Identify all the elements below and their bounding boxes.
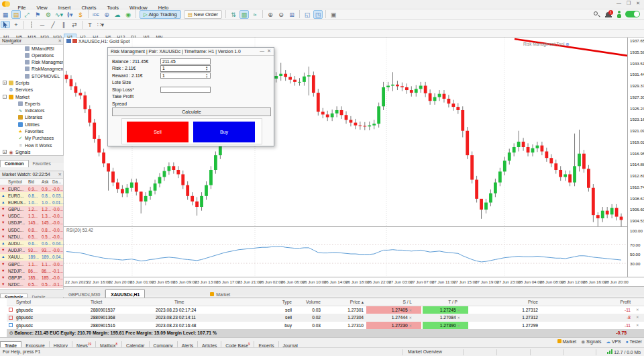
- market-watch-row[interactable]: ▲AUDU...0.6...0.6...0.04...: [0, 240, 63, 247]
- sidebar-item-favorites[interactable]: ★Favorites: [0, 128, 63, 135]
- market-watch-row[interactable]: ▼NZDJP...86....86....-0.1...: [0, 267, 63, 274]
- remove-tp-icon[interactable]: ✕: [457, 316, 460, 320]
- window-controls[interactable]: — ❒ ✕: [616, 1, 642, 6]
- remove-tp-icon[interactable]: ✕: [457, 324, 460, 328]
- charts-folder-icon[interactable]: ▤: [11, 10, 21, 19]
- close-icon[interactable]: ✕: [267, 48, 271, 54]
- remove-sl-icon[interactable]: ✕: [409, 324, 412, 328]
- market-watch-row[interactable]: ▼GBPJP...185...185...-0.0...: [0, 274, 63, 281]
- table-row[interactable]: gbpusdc28809015372023.08.23 02:17:24sell…: [7, 306, 644, 314]
- tp-cell[interactable]: 1.27390 ✕: [423, 322, 468, 330]
- stop-input[interactable]: [160, 87, 211, 93]
- sidebar-item-riskmanagment[interactable]: RiskManagment: [0, 66, 63, 73]
- quotes-icon[interactable]: $: [76, 10, 85, 19]
- sidebar-item-services[interactable]: ⚙Services: [0, 87, 63, 93]
- zoom-out-icon[interactable]: ⊖: [276, 10, 286, 19]
- calculate-button[interactable]: Calculate: [112, 107, 271, 116]
- market-watch-row[interactable]: ▼USDJP...145...145...-0.0...: [0, 220, 63, 226]
- close-icon[interactable]: ✕: [58, 172, 62, 177]
- close-position-icon[interactable]: ✕: [636, 323, 639, 327]
- dialog-title-bar[interactable]: Risk Managment | Pair: XAUUSDc | Timefra…: [108, 48, 274, 56]
- remove-sl-icon[interactable]: ✕: [409, 316, 412, 320]
- market-watch-row[interactable]: ▼EURC...0.9...0.9...-0.0...: [0, 185, 63, 192]
- market-watch-row[interactable]: ▼NZDC...0.5...0.5...-0.1...: [0, 281, 63, 288]
- reward-input[interactable]: [160, 73, 211, 79]
- market-watch-row[interactable]: ▼USDC...1.3...1.3...-0.0...: [0, 213, 63, 220]
- sidebar-item-scripts[interactable]: +Scripts: [0, 79, 63, 86]
- sidebar-item-experts[interactable]: Experts: [0, 100, 63, 107]
- market-depth-icon[interactable]: ▥: [239, 10, 249, 19]
- connection-toggle[interactable]: [625, 11, 640, 17]
- algo-trading-button[interactable]: ▷ Algo Trading: [140, 10, 181, 19]
- sidebar-item-indicators[interactable]: ∿Indicators: [0, 107, 63, 114]
- button-vps[interactable]: ☁ VPS: [606, 339, 621, 344]
- remove-sl-icon[interactable]: ✕: [409, 308, 412, 312]
- expand-toggle-icon[interactable]: +: [3, 150, 7, 154]
- pin-icon[interactable]: ⚑: [33, 10, 42, 19]
- community-icon[interactable]: ◉: [123, 10, 133, 19]
- shapes-tool-icon[interactable]: ∷▾: [96, 21, 105, 28]
- cursor-tool-icon[interactable]: [1, 21, 10, 28]
- close-icon[interactable]: ✕: [58, 38, 62, 44]
- hline-tool-icon[interactable]: ─: [38, 21, 47, 28]
- buy-button[interactable]: Buy: [193, 122, 255, 142]
- column-header-symbol[interactable]: Symbol: [16, 300, 31, 304]
- expand-toggle-icon[interactable]: +: [3, 81, 7, 85]
- crosshair-tool-icon[interactable]: +: [11, 21, 21, 28]
- tick-chart-icon[interactable]: ≈: [250, 10, 260, 19]
- market-watch-header[interactable]: SymbolBidAskDa...: [0, 179, 63, 185]
- tp-cell[interactable]: 1.27245 ✕: [423, 306, 468, 314]
- minimize-icon[interactable]: —: [260, 48, 264, 53]
- button-market[interactable]: Market: [557, 339, 577, 344]
- fullscreen-icon[interactable]: ⤢: [22, 10, 32, 19]
- chart-candle-icon[interactable]: ≬▾: [65, 10, 74, 19]
- equidistant-tool-icon[interactable]: ⇄: [70, 21, 79, 28]
- notifications-bell-icon[interactable]: 1: [604, 11, 613, 18]
- column-header-price[interactable]: Price ▴: [310, 300, 364, 305]
- close-position-icon[interactable]: ✕: [636, 315, 639, 319]
- column-header-profit[interactable]: Profit: [577, 300, 631, 304]
- window-fit-icon[interactable]: ◳: [313, 10, 323, 19]
- community-person-icon[interactable]: [616, 11, 622, 18]
- balance-input[interactable]: [160, 58, 211, 65]
- market-watch-row[interactable]: ▼AUDJP...93....93....-0.0...: [0, 247, 63, 254]
- gear-icon[interactable]: ⚙: [44, 10, 53, 19]
- vline-tool-icon[interactable]: ┆: [27, 21, 36, 28]
- chart-line-icon[interactable]: ∿▾: [54, 10, 64, 19]
- market-watch-row[interactable]: ▼GBPC...1.1...1.1...-0.0...: [0, 261, 63, 267]
- sidebar-item-market[interactable]: -Market: [0, 93, 63, 100]
- remove-tp-icon[interactable]: ✕: [457, 308, 460, 312]
- ide-icon[interactable]: IDE: [91, 10, 101, 19]
- rsi-indicator-pane[interactable]: [64, 226, 627, 277]
- button-tester[interactable]: ● Tester: [626, 339, 642, 344]
- column-header-ticket[interactable]: Ticket: [91, 300, 102, 304]
- trendline-tool-icon[interactable]: ╱: [48, 21, 58, 28]
- spinner-arrows-icon[interactable]: ▴▾: [206, 73, 207, 79]
- sl-cell[interactable]: 1.27405 ✕: [366, 306, 421, 314]
- time-axis[interactable]: 22 Jun 202322 Jun 16:0022 Jun 20:0023 Ju…: [64, 277, 644, 286]
- sl-cell[interactable]: 1.27444 ✕: [366, 314, 421, 322]
- market-watch-row[interactable]: ▼NZDU...0.5...0.5...-0.0...: [0, 233, 63, 240]
- price-axis[interactable]: 1937.651935.581933.511931.441929.371927.…: [627, 38, 644, 277]
- market-watch-row[interactable]: ▼GBPU...1.2...1.2...-0.0...: [0, 206, 63, 213]
- connect-icon[interactable]: ⊕: [102, 10, 111, 19]
- channel-tool-icon[interactable]: ∥: [59, 21, 68, 28]
- sort-icon[interactable]: ⇅: [229, 10, 238, 19]
- cloud-icon[interactable]: ☁: [113, 10, 122, 19]
- table-row[interactable]: gbpusdc28809015162023.08.23 02:16:48buy0…: [7, 322, 644, 330]
- sidebar-item-stopmovel[interactable]: STOPMOVEL: [0, 73, 63, 79]
- sl-cell[interactable]: 1.27230 ✕: [366, 322, 421, 330]
- column-header-tp[interactable]: T / P: [404, 300, 458, 304]
- risk-input[interactable]: [160, 65, 211, 72]
- market-overview-cell[interactable]: Market Overview: [408, 349, 442, 354]
- navigator-tab-common[interactable]: Common: [0, 160, 29, 167]
- market-watch-row[interactable]: ▲EURG...0.8...0.8...0.03...: [0, 192, 63, 199]
- table-row[interactable]: gbpusdc28809013682023.08.23 02:14:11sell…: [7, 314, 644, 322]
- market-watch-row[interactable]: ▲EURUS...1.0...1.0...0.01...: [0, 199, 63, 206]
- navigator-tab-favorites[interactable]: Favorites: [29, 161, 55, 168]
- column-header-price[interactable]: Price: [484, 300, 538, 304]
- column-header-time[interactable]: Time: [174, 300, 184, 304]
- screenshot-icon[interactable]: ▣: [329, 10, 338, 19]
- market-watch-row[interactable]: ▼USDC...0.8...0.8...-0.0...: [0, 226, 63, 233]
- expand-toggle-icon[interactable]: -: [3, 95, 7, 99]
